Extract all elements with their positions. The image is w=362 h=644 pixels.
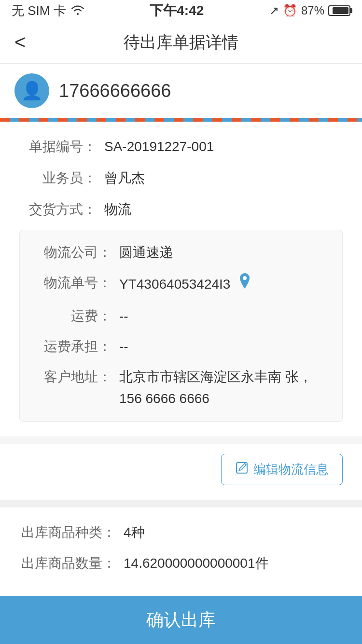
document-number-label: 单据编号： <box>19 136 97 158</box>
customer-phone: 17666666666 <box>59 81 171 101</box>
goods-type-value: 4种 <box>124 522 343 544</box>
goods-type-row: 出库商品种类： 4种 <box>19 522 343 544</box>
address-row: 客户地址： 北京市市辖区海淀区永丰南 张，156 6666 6666 <box>34 366 328 410</box>
location-icon: ↗ <box>269 4 279 17</box>
wifi-icon <box>71 3 84 18</box>
document-number-value: SA-20191227-001 <box>104 136 343 158</box>
status-left: 无 SIM 卡 <box>12 2 84 19</box>
freight-value: -- <box>119 306 328 327</box>
carrier-label: 无 SIM 卡 <box>12 2 66 19</box>
battery-icon <box>328 5 350 16</box>
freight-label: 运费： <box>34 306 111 327</box>
logistics-company-label: 物流公司： <box>34 242 111 264</box>
staff-row: 业务员： 曾凡杰 <box>19 168 343 189</box>
logistics-card: 物流公司： 圆通速递 物流单号： YT43064053424I3 运费： <box>19 230 343 421</box>
delivery-value: 物流 <box>104 199 343 221</box>
delivery-row: 交货方式： 物流 <box>19 199 343 221</box>
clock-icon: ⏰ <box>283 4 297 17</box>
page-title: 待出库单据详情 <box>124 31 238 54</box>
goods-quantity-label: 出库商品数量： <box>19 553 116 574</box>
confirm-button[interactable]: 确认出库 <box>0 596 362 644</box>
edit-icon <box>235 461 249 478</box>
edit-logistics-container: 编辑物流信息 <box>0 444 362 500</box>
customer-header: 👤 17666666666 <box>0 64 362 118</box>
svg-point-0 <box>243 276 247 280</box>
staff-label: 业务员： <box>19 168 97 189</box>
address-value: 北京市市辖区海淀区永丰南 张，156 6666 6666 <box>119 366 328 410</box>
freight-bear-label: 运费承担： <box>34 336 111 358</box>
goods-section: 出库商品种类： 4种 出库商品数量： 14.620000000000001件 <box>0 507 362 589</box>
dashed-divider <box>0 118 362 122</box>
document-section: 单据编号： SA-20191227-001 业务员： 曾凡杰 交货方式： 物流 … <box>0 122 362 436</box>
confirm-button-label: 确认出库 <box>146 608 216 632</box>
delivery-label: 交货方式： <box>19 199 97 221</box>
goods-quantity-value: 14.620000000000001件 <box>124 553 343 574</box>
status-right: ↗ ⏰ 87% <box>269 4 350 17</box>
logistics-tracking-value: YT43064053424I3 <box>119 272 328 297</box>
freight-bear-row: 运费承担： -- <box>34 336 328 358</box>
tracking-location-icon[interactable] <box>237 272 252 297</box>
edit-logistics-button[interactable]: 编辑物流信息 <box>221 454 343 485</box>
goods-quantity-row: 出库商品数量： 14.620000000000001件 <box>19 553 343 574</box>
battery-percent: 87% <box>301 4 324 17</box>
document-number-row: 单据编号： SA-20191227-001 <box>19 136 343 158</box>
logistics-tracking-row: 物流单号： YT43064053424I3 <box>34 272 328 297</box>
logistics-tracking-label: 物流单号： <box>34 272 111 294</box>
freight-row: 运费： -- <box>34 306 328 327</box>
edit-logistics-label: 编辑物流信息 <box>253 461 329 478</box>
avatar: 👤 <box>14 73 49 108</box>
logistics-company-row: 物流公司： 圆通速递 <box>34 242 328 264</box>
address-label: 客户地址： <box>34 366 111 388</box>
back-button[interactable]: < <box>10 27 30 58</box>
goods-type-label: 出库商品种类： <box>19 522 116 544</box>
section-divider <box>0 500 362 507</box>
avatar-icon: 👤 <box>21 81 43 101</box>
nav-bar: < 待出库单据详情 <box>0 21 362 64</box>
time-label: 下午4:42 <box>150 1 204 20</box>
status-bar: 无 SIM 卡 下午4:42 ↗ ⏰ 87% <box>0 0 362 21</box>
staff-value: 曾凡杰 <box>104 168 343 189</box>
logistics-company-value: 圆通速递 <box>119 242 328 264</box>
freight-bear-value: -- <box>119 336 328 358</box>
